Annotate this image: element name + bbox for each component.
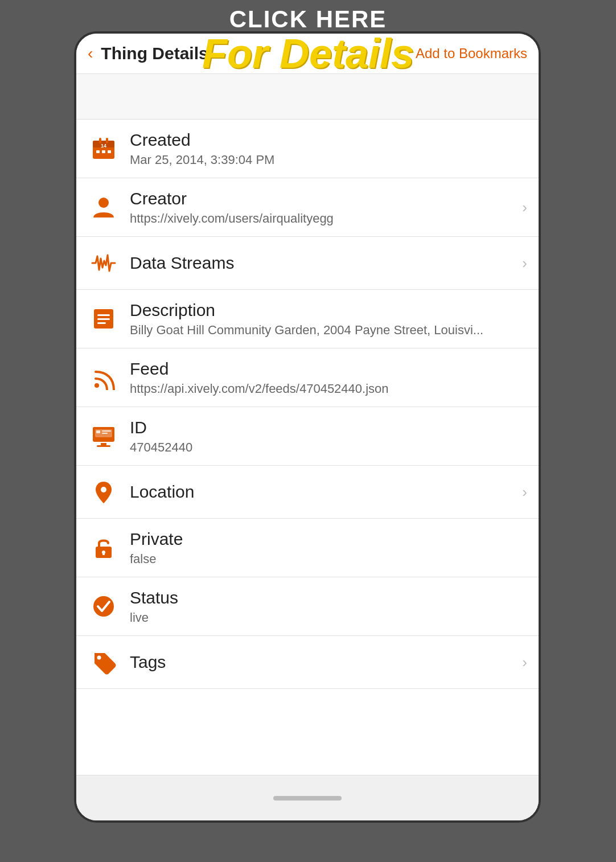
- data-streams-title: Data Streams: [130, 253, 516, 273]
- svg-rect-4: [96, 150, 100, 153]
- svg-rect-18: [97, 445, 110, 447]
- svg-rect-10: [97, 314, 110, 316]
- chevron-icon: ›: [522, 654, 527, 671]
- chevron-icon: ›: [522, 199, 527, 216]
- created-title: Created: [130, 130, 527, 150]
- svg-point-26: [93, 596, 114, 617]
- svg-rect-20: [102, 430, 111, 432]
- location-content: Location: [130, 482, 516, 502]
- description-content: Description Billy Goat Hill Community Ga…: [130, 300, 527, 338]
- calendar-icon: 14: [88, 133, 120, 165]
- private-content: Private false: [130, 529, 527, 567]
- header: ‹ Thing Details Add to Bookmarks: [76, 34, 539, 74]
- monitor-icon: [88, 420, 120, 452]
- status-content: Status live: [130, 588, 527, 625]
- person-icon: [88, 191, 120, 223]
- svg-rect-21: [102, 433, 108, 434]
- description-value: Billy Goat Hill Community Garden, 2004 P…: [130, 323, 527, 338]
- creator-content: Creator https://xively.com/users/airqual…: [130, 188, 516, 226]
- status-check-icon: [88, 590, 120, 622]
- svg-point-22: [101, 487, 106, 492]
- list-item[interactable]: Creator https://xively.com/users/airqual…: [76, 178, 539, 237]
- id-content: ID 470452440: [130, 417, 527, 455]
- created-value: Mar 25, 2014, 3:39:04 PM: [130, 153, 527, 167]
- description-title: Description: [130, 300, 527, 321]
- svg-rect-17: [101, 443, 106, 445]
- list-item: Private false: [76, 519, 539, 577]
- bottom-bar: [76, 775, 539, 820]
- waveform-icon: [88, 247, 120, 279]
- location-title: Location: [130, 482, 516, 502]
- page-title: Thing Details: [101, 44, 416, 63]
- tags-content: Tags: [130, 652, 516, 672]
- svg-point-27: [97, 656, 101, 660]
- tags-title: Tags: [130, 652, 516, 672]
- home-indicator: [273, 796, 342, 801]
- id-title: ID: [130, 417, 527, 438]
- private-title: Private: [130, 529, 527, 549]
- lock-icon: [88, 532, 120, 564]
- list-item: 14 Created Mar 25, 2014, 3:39:04 PM: [76, 120, 539, 178]
- list-item: Status live: [76, 577, 539, 636]
- svg-point-13: [95, 383, 99, 388]
- id-value: 470452440: [130, 440, 527, 455]
- phone-frame: ‹ Thing Details Add to Bookmarks 14: [74, 31, 541, 823]
- creator-value: https://xively.com/users/airqualityegg: [130, 211, 516, 226]
- svg-rect-6: [108, 150, 111, 153]
- list-item[interactable]: Location ›: [76, 466, 539, 519]
- feed-content: Feed https://api.xively.com/v2/feeds/470…: [130, 359, 527, 396]
- back-button[interactable]: ‹: [88, 44, 93, 63]
- list-item: Description Billy Goat Hill Community Ga…: [76, 290, 539, 348]
- list-item[interactable]: Tags ›: [76, 636, 539, 689]
- chevron-icon: ›: [522, 483, 527, 501]
- svg-text:14: 14: [101, 143, 106, 149]
- svg-rect-12: [97, 322, 106, 324]
- status-value: live: [130, 610, 527, 625]
- created-content: Created Mar 25, 2014, 3:39:04 PM: [130, 130, 527, 167]
- location-pin-icon: [88, 476, 120, 508]
- document-icon: [88, 303, 120, 335]
- list-item: Feed https://api.xively.com/v2/feeds/470…: [76, 348, 539, 407]
- svg-rect-11: [97, 318, 110, 320]
- svg-rect-19: [96, 430, 100, 433]
- status-title: Status: [130, 588, 527, 608]
- svg-point-8: [98, 198, 109, 208]
- list-item[interactable]: Data Streams ›: [76, 237, 539, 290]
- private-value: false: [130, 552, 527, 567]
- feed-value: https://api.xively.com/v2/feeds/47045244…: [130, 381, 527, 396]
- svg-rect-25: [102, 552, 105, 555]
- list-item: ID 470452440: [76, 407, 539, 466]
- rss-icon: [88, 362, 120, 393]
- click-here-text: CLICK HERE: [202, 6, 414, 33]
- data-streams-content: Data Streams: [130, 253, 516, 273]
- top-spacer: [76, 74, 539, 120]
- bookmark-button[interactable]: Add to Bookmarks: [416, 46, 527, 61]
- details-list: 14 Created Mar 25, 2014, 3:39:04 PM Crea…: [76, 120, 539, 775]
- feed-title: Feed: [130, 359, 527, 379]
- creator-title: Creator: [130, 188, 516, 209]
- tag-icon: [88, 646, 120, 678]
- svg-rect-5: [102, 150, 105, 153]
- chevron-icon: ›: [522, 255, 527, 272]
